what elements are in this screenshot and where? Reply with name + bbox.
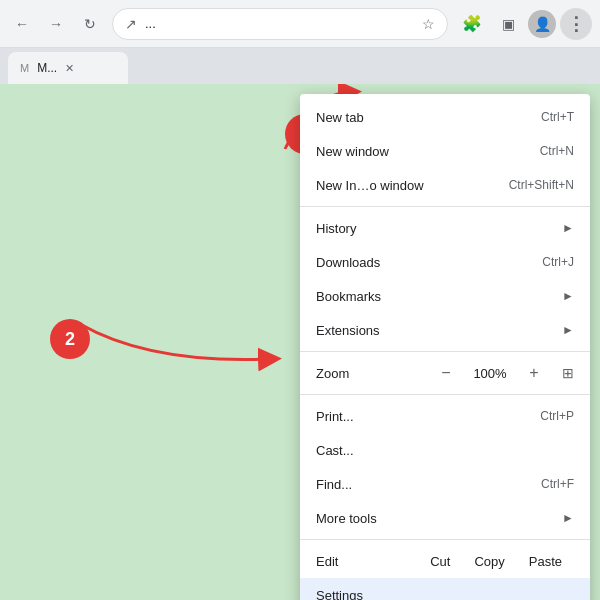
menu-item-bookmarks-arrow: ► <box>562 289 574 303</box>
menu-item-extensions[interactable]: Extensions ► <box>300 313 590 347</box>
menu-item-new-tab-label: New tab <box>316 110 525 125</box>
step2-badge: 2 <box>50 319 90 359</box>
menu-item-bookmarks-label: Bookmarks <box>316 289 554 304</box>
address-bar[interactable]: ↗ ... ☆ <box>112 8 448 40</box>
menu-item-cast[interactable]: Cast... <box>300 433 590 467</box>
divider-1 <box>300 206 590 207</box>
extensions-button[interactable]: 🧩 <box>456 8 488 40</box>
star-icon[interactable]: ☆ <box>422 16 435 32</box>
edit-actions: Cut Copy Paste <box>356 554 574 569</box>
window-button[interactable]: ▣ <box>492 8 524 40</box>
menu-item-new-incognito[interactable]: New In…o window Ctrl+Shift+N <box>300 168 590 202</box>
tab-close-icon[interactable]: ✕ <box>65 62 74 75</box>
menu-item-extensions-label: Extensions <box>316 323 554 338</box>
toolbar-left: ← → ↻ <box>8 10 104 38</box>
menu-item-print[interactable]: Print... Ctrl+P <box>300 399 590 433</box>
menu-item-settings-label: Settings <box>316 588 574 601</box>
menu-item-more-tools-arrow: ► <box>562 511 574 525</box>
forward-button[interactable]: → <box>42 10 70 38</box>
zoom-out-button[interactable]: − <box>434 361 458 385</box>
menu-item-new-incognito-label: New In…o window <box>316 178 493 193</box>
browser-toolbar: ← → ↻ ↗ ... ☆ 🧩 ▣ 👤 ⋮ <box>0 0 600 48</box>
menu-item-print-label: Print... <box>316 409 524 424</box>
menu-item-new-window[interactable]: New window Ctrl+N <box>300 134 590 168</box>
menu-item-more-tools[interactable]: More tools ► <box>300 501 590 535</box>
zoom-in-button[interactable]: + <box>522 361 546 385</box>
menu-item-history-arrow: ► <box>562 221 574 235</box>
tab-bar: M M... ✕ <box>0 48 600 84</box>
cut-button[interactable]: Cut <box>418 554 462 569</box>
menu-item-new-tab-shortcut: Ctrl+T <box>541 110 574 124</box>
share-icon: ↗ <box>125 16 137 32</box>
tab-title: M... <box>37 61 57 75</box>
divider-2 <box>300 351 590 352</box>
menu-button[interactable]: ⋮ <box>560 8 592 40</box>
zoom-label: Zoom <box>316 366 434 381</box>
menu-item-settings[interactable]: Settings <box>300 578 590 600</box>
active-tab[interactable]: M M... ✕ <box>8 52 128 84</box>
menu-item-zoom: Zoom − 100% + ⊞ <box>300 356 590 390</box>
menu-item-new-window-shortcut: Ctrl+N <box>540 144 574 158</box>
copy-button[interactable]: Copy <box>462 554 516 569</box>
menu-item-downloads-label: Downloads <box>316 255 526 270</box>
zoom-controls: − 100% + ⊞ <box>434 361 574 385</box>
zoom-value: 100% <box>470 366 510 381</box>
menu-item-downloads-shortcut: Ctrl+J <box>542 255 574 269</box>
menu-item-cast-label: Cast... <box>316 443 574 458</box>
zoom-fullscreen-button[interactable]: ⊞ <box>562 365 574 381</box>
menu-item-find[interactable]: Find... Ctrl+F <box>300 467 590 501</box>
menu-item-extensions-arrow: ► <box>562 323 574 337</box>
menu-item-new-tab[interactable]: New tab Ctrl+T <box>300 100 590 134</box>
menu-item-find-label: Find... <box>316 477 525 492</box>
menu-item-more-tools-label: More tools <box>316 511 554 526</box>
menu-item-find-shortcut: Ctrl+F <box>541 477 574 491</box>
reload-button[interactable]: ↻ <box>76 10 104 38</box>
divider-4 <box>300 539 590 540</box>
tab-favicon: M <box>20 62 29 74</box>
menu-item-history[interactable]: History ► <box>300 211 590 245</box>
paste-button[interactable]: Paste <box>517 554 574 569</box>
profile-button[interactable]: 👤 <box>528 10 556 38</box>
menu-item-downloads[interactable]: Downloads Ctrl+J <box>300 245 590 279</box>
arrow2-svg <box>70 304 290 384</box>
menu-item-history-label: History <box>316 221 554 236</box>
address-text: ... <box>145 16 414 31</box>
menu-item-print-shortcut: Ctrl+P <box>540 409 574 423</box>
page-content: 1 2 New tab Ctrl+T New window Ctrl+N <box>0 84 600 600</box>
menu-item-new-incognito-shortcut: Ctrl+Shift+N <box>509 178 574 192</box>
divider-3 <box>300 394 590 395</box>
back-button[interactable]: ← <box>8 10 36 38</box>
menu-item-bookmarks[interactable]: Bookmarks ► <box>300 279 590 313</box>
menu-item-edit: Edit Cut Copy Paste <box>300 544 590 578</box>
toolbar-right: 🧩 ▣ 👤 ⋮ <box>456 8 592 40</box>
menu-item-new-window-label: New window <box>316 144 524 159</box>
edit-label: Edit <box>316 554 356 569</box>
context-menu: New tab Ctrl+T New window Ctrl+N New In…… <box>300 94 590 600</box>
